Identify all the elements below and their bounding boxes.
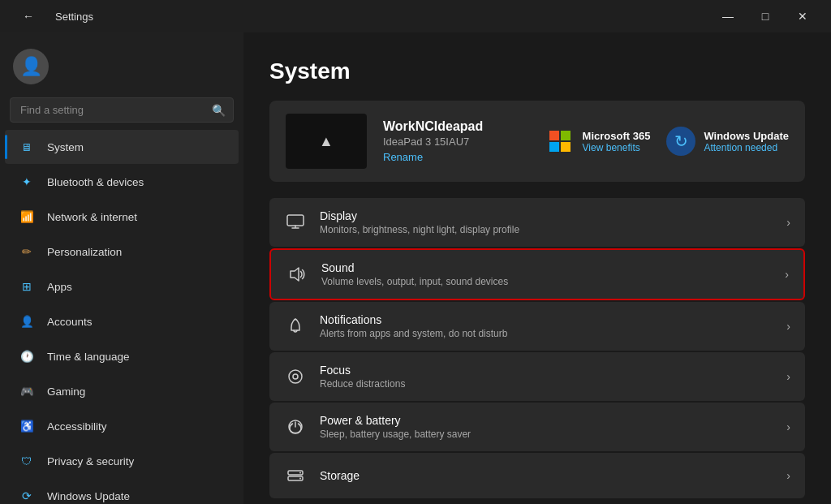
sidebar-item-winupdate[interactable]: ⟳ Windows Update [5, 479, 239, 504]
qa-text-winupdate: Windows Update Attention needed [704, 130, 789, 153]
sidebar-label-winupdate: Windows Update [47, 490, 130, 502]
settings-item-power[interactable]: Power & battery Sleep, battery usage, ba… [269, 403, 805, 451]
settings-item-notifications[interactable]: Notifications Alerts from apps and syste… [269, 302, 805, 351]
time-icon: 🕐 [18, 347, 36, 365]
sidebar-item-bluetooth[interactable]: ✦ Bluetooth & devices [5, 165, 239, 199]
minimize-icon: — [722, 10, 734, 23]
notifications-icon [284, 315, 307, 338]
sound-icon [286, 263, 308, 286]
titlebar-left: ← Settings [10, 3, 93, 29]
back-button[interactable]: ← [10, 3, 47, 29]
quick-action-winupdate[interactable]: ↻ Windows Update Attention needed [666, 127, 789, 156]
settings-item-focus[interactable]: Focus Reduce distractions › [269, 352, 805, 401]
sidebar-label-time: Time & language [47, 351, 130, 363]
si-title-storage: Storage [320, 469, 773, 482]
chevron-right-icon: › [785, 268, 789, 281]
qa-sub-winupdate: Attention needed [704, 142, 789, 153]
rename-button[interactable]: Rename [383, 151, 529, 163]
sidebar-item-accessibility[interactable]: ♿ Accessibility [5, 409, 239, 443]
accessibility-icon: ♿ [18, 417, 36, 435]
close-button[interactable]: ✕ [784, 3, 821, 29]
maximize-button[interactable]: □ [747, 3, 784, 29]
sidebar-item-personalization[interactable]: ✏ Personalization [5, 235, 239, 269]
sidebar-label-system: System [47, 141, 84, 153]
qa-text-ms365: Microsoft 365 View benefits [583, 130, 651, 153]
si-text-sound: Sound Volume levels, output, input, soun… [321, 261, 772, 287]
sidebar-label-network: Network & internet [47, 211, 137, 223]
sidebar-profile[interactable]: 👤 [0, 39, 243, 97]
si-sub-power: Sleep, battery usage, battery saver [320, 429, 773, 440]
chevron-right-icon: › [786, 420, 790, 433]
back-icon: ← [23, 10, 34, 23]
page-title: System [269, 58, 805, 84]
device-model: IdeaPad 3 15IAU7 [383, 136, 529, 148]
si-sub-display: Monitors, brightness, night light, displ… [320, 224, 773, 235]
si-text-focus: Focus Reduce distractions [320, 364, 773, 390]
app-body: 👤 🔍 🖥 System ✦ Bluetooth & devices 📶 Net… [0, 32, 831, 504]
svg-point-11 [299, 472, 301, 474]
minimize-button[interactable]: — [709, 3, 747, 29]
si-text-notifications: Notifications Alerts from apps and syste… [320, 313, 773, 339]
personalization-icon: ✏ [18, 243, 36, 261]
settings-item-display[interactable]: Display Monitors, brightness, night ligh… [269, 198, 805, 247]
si-sub-focus: Reduce distractions [320, 378, 773, 390]
qa-sub-ms365: View benefits [583, 142, 651, 153]
si-text-power: Power & battery Sleep, battery usage, ba… [320, 414, 773, 440]
content-area: System ▲ WorkNCIdeapad IdeaPad 3 15IAU7 … [243, 32, 831, 504]
sidebar-label-accessibility: Accessibility [47, 420, 107, 433]
app-title: Settings [55, 11, 93, 23]
network-icon: 📶 [18, 208, 36, 226]
apps-icon: ⊞ [18, 278, 36, 295]
search-box[interactable]: 🔍 [10, 97, 234, 123]
si-title-notifications: Notifications [320, 313, 773, 326]
maximize-icon: □ [762, 10, 769, 23]
sidebar-label-privacy: Privacy & security [47, 455, 134, 467]
gaming-icon: 🎮 [18, 382, 36, 400]
cursor-icon: ▲ [319, 133, 334, 150]
si-title-power: Power & battery [320, 414, 773, 427]
avatar: 👤 [13, 49, 49, 84]
search-input[interactable] [10, 97, 234, 123]
si-text-display: Display Monitors, brightness, night ligh… [320, 209, 773, 235]
chevron-right-icon: › [786, 216, 790, 229]
device-thumbnail: ▲ [286, 114, 367, 169]
focus-icon [284, 365, 307, 388]
sidebar-label-accounts: Accounts [47, 316, 93, 328]
device-card: ▲ WorkNCIdeapad IdeaPad 3 15IAU7 Rename … [269, 101, 805, 182]
sidebar-label-personalization: Personalization [47, 246, 122, 258]
svg-rect-0 [549, 131, 559, 140]
si-sub-sound: Volume levels, output, input, sound devi… [321, 276, 772, 287]
sidebar-item-privacy[interactable]: 🛡 Privacy & security [5, 444, 239, 478]
window-controls: — □ ✕ [709, 3, 821, 29]
quick-action-ms365[interactable]: Microsoft 365 View benefits [545, 127, 651, 156]
svg-rect-4 [287, 215, 304, 226]
sidebar: 👤 🔍 🖥 System ✦ Bluetooth & devices 📶 Net… [0, 32, 243, 504]
titlebar: ← Settings — □ ✕ [0, 0, 831, 32]
sidebar-item-apps[interactable]: ⊞ Apps [5, 269, 239, 304]
sidebar-label-bluetooth: Bluetooth & devices [47, 176, 144, 188]
sidebar-nav: 🖥 System ✦ Bluetooth & devices 📶 Network… [0, 129, 243, 504]
sidebar-item-system[interactable]: 🖥 System [5, 130, 239, 164]
sidebar-item-network[interactable]: 📶 Network & internet [5, 200, 239, 234]
qa-title-winupdate: Windows Update [704, 130, 789, 142]
svg-rect-2 [549, 142, 559, 152]
sidebar-item-gaming[interactable]: 🎮 Gaming [5, 374, 239, 408]
device-info: WorkNCIdeapad IdeaPad 3 15IAU7 Rename [383, 119, 529, 163]
svg-rect-3 [561, 142, 571, 152]
power-icon [284, 416, 307, 438]
si-title-focus: Focus [320, 364, 773, 377]
search-icon: 🔍 [212, 104, 226, 117]
svg-point-12 [299, 478, 301, 480]
sidebar-item-time[interactable]: 🕐 Time & language [5, 339, 239, 373]
settings-item-storage[interactable]: Storage › [269, 453, 805, 498]
si-text-storage: Storage [320, 469, 773, 482]
settings-item-sound[interactable]: Sound Volume levels, output, input, soun… [269, 248, 805, 300]
privacy-icon: 🛡 [18, 452, 36, 470]
sidebar-label-gaming: Gaming [47, 386, 85, 398]
sidebar-item-accounts[interactable]: 👤 Accounts [5, 304, 239, 338]
chevron-right-icon: › [786, 469, 790, 482]
quick-actions: Microsoft 365 View benefits ↻ Windows Up… [545, 127, 789, 156]
si-title-sound: Sound [321, 261, 772, 274]
chevron-right-icon: › [786, 370, 790, 383]
display-icon [284, 211, 307, 234]
